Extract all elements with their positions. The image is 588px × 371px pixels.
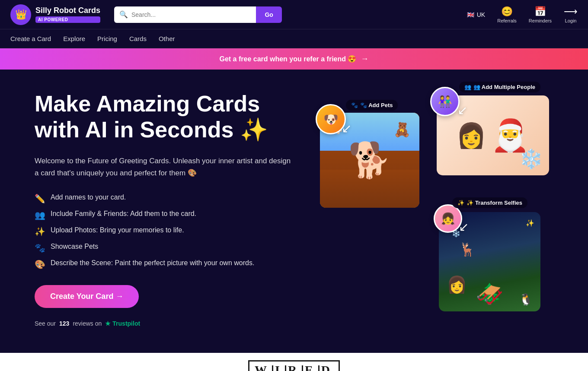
search-icon: 🔍 [119, 10, 128, 19]
wired-logo: W I R E D [248, 360, 340, 371]
login-label: Login [565, 18, 577, 23]
people-label-icon: 👥 [464, 84, 471, 90]
people-arrow-icon: ↙ [457, 103, 467, 117]
wired-bar2 [285, 365, 286, 371]
feature-text-photos: Upload Photos: Bring your memories to li… [51, 226, 184, 234]
nav-cards[interactable]: Cards [129, 33, 147, 44]
reminders-button[interactable]: 📅 Reminders [529, 6, 552, 23]
wired-w: W [255, 363, 270, 371]
nav-pricing[interactable]: Pricing [97, 33, 117, 44]
search-button[interactable]: Go [256, 6, 281, 23]
nav-other[interactable]: Other [159, 33, 175, 44]
feature-icon-scene: 🎨 [35, 259, 45, 270]
wired-bar1 [272, 365, 273, 371]
pets-label-icon: 🐾 [351, 102, 358, 108]
feature-item-scene: 🎨 Describe the Scene: Paint the perfect … [35, 259, 294, 270]
star-icon: ★ [105, 320, 111, 327]
wired-i: I [275, 363, 283, 371]
feature-text-family: Include Family & Friends: Add them to th… [51, 210, 196, 218]
trust-suffix: reviews on [73, 320, 102, 327]
promo-text: Get a free card when you refer a friend … [220, 55, 357, 63]
panel-selfies: ✨ ✨ Transform Selfies 👧 ↙ ⭐ ✨ ❄️ 🛷 👩 🐧 [439, 212, 540, 311]
feature-item-photos: ✨ Upload Photos: Bring your memories to … [35, 226, 294, 237]
feature-item-pets: 🐾 Showcase Pets [35, 243, 294, 253]
trustpilot-logo[interactable]: ★ Trustpilot [105, 320, 140, 327]
snowflake-emoji: ❄️ [519, 148, 543, 170]
selfies-arrow-icon: ↙ [459, 220, 469, 234]
hero-title: Make Amazing Cards with AI in Seconds ✨ [35, 91, 294, 143]
header-actions: 🇬🇧 UK 😊 Referrals 📅 Reminders ⟶ Login [467, 6, 578, 23]
feature-icon-family: 👥 [35, 210, 45, 220]
site-title: Silly Robot Cards [35, 6, 100, 16]
logo-text-area: Silly Robot Cards AI POWERED [35, 6, 100, 23]
people-avatar: 👫 [430, 87, 460, 116]
showcase-container: 🐾 🐾 Add Pets 🐶 ↙ 🐕 🧸 🦴 [311, 91, 553, 316]
trust-count: 123 [59, 320, 69, 327]
referrals-label: Referrals [497, 18, 517, 23]
reminders-icon: 📅 [534, 6, 546, 17]
region-label: UK [477, 11, 485, 18]
banner-arrow: → [361, 54, 368, 63]
login-button[interactable]: ⟶ Login [564, 6, 578, 23]
feature-text-scene: Describe the Scene: Paint the perfect pi… [51, 259, 254, 267]
hero-left: Make Amazing Cards with AI in Seconds ✨ … [35, 91, 294, 327]
hero-right: 🐾 🐾 Add Pets 🐶 ↙ 🐕 🧸 🦴 [311, 91, 553, 327]
woman-emoji: 👩 [447, 275, 467, 294]
label-selfies: ✨ ✨ Transform Selfies [452, 197, 527, 208]
login-icon: ⟶ [564, 6, 578, 17]
site-header: 👑 Silly Robot Cards AI POWERED 🔍 Go 🇬🇧 U… [0, 0, 588, 29]
search-wrapper: 🔍 [114, 6, 256, 23]
feature-item-names: ✏️ Add names to your card. [35, 193, 294, 204]
toy-emoji: 🧸 [393, 121, 411, 138]
sleigh-emoji: 🛷 [476, 282, 504, 308]
wired-bar3 [302, 365, 303, 371]
reminders-label: Reminders [529, 18, 552, 23]
pets-arrow-icon: ↙ [342, 121, 352, 136]
main-nav: Create a Card Explore Pricing Cards Othe… [0, 29, 588, 48]
selfies-label-icon: ✨ [457, 200, 464, 206]
search-area: 🔍 Go [114, 6, 282, 23]
logo-icon: 👑 [10, 4, 31, 25]
wired-bar4 [318, 365, 320, 371]
selfies-label-text: ✨ Transform Selfies [467, 200, 522, 206]
panel-pets: 🐾 🐾 Add Pets 🐶 ↙ 🐕 🧸 🦴 [320, 113, 419, 208]
penguin-emoji: 🐧 [519, 293, 533, 306]
region-selector[interactable]: 🇬🇧 UK [467, 11, 485, 18]
sparkle-emoji: ✨ [526, 219, 534, 227]
wired-d: D [321, 363, 333, 371]
ai-badge: AI POWERED [35, 16, 100, 23]
wired-r: R [288, 363, 300, 371]
feature-icon-pets: 🐾 [35, 243, 45, 253]
label-pets: 🐾 🐾 Add Pets [346, 100, 398, 111]
people-label-text: 👥 Add Multiple People [473, 84, 535, 90]
flag-icon: 🇬🇧 [467, 11, 474, 18]
label-people: 👥 👥 Add Multiple People [459, 82, 540, 92]
nav-create-card[interactable]: Create a Card [10, 33, 51, 44]
feature-list: ✏️ Add names to your card. 👥 Include Fam… [35, 193, 294, 270]
reindeer-emoji: 🦌 [459, 242, 475, 257]
nav-explore[interactable]: Explore [63, 33, 85, 44]
dog-emoji: 🐕 [348, 140, 391, 181]
referrals-button[interactable]: 😊 Referrals [497, 6, 517, 23]
pets-label-text: 🐾 Add Pets [360, 102, 393, 108]
person1-emoji: 👩 [456, 121, 486, 150]
trust-text: See our [35, 320, 56, 327]
feature-icon-names: ✏️ [35, 193, 45, 204]
main-content: Make Amazing Cards with AI in Seconds ✨ … [0, 70, 588, 353]
hero-subtitle: Welcome to the Future of Greeting Cards.… [35, 155, 294, 180]
feature-item-family: 👥 Include Family & Friends: Add them to … [35, 210, 294, 220]
panel-people: 👥 👥 Add Multiple People 👫 ↙ 👩 🎅 ❄️ [437, 95, 549, 175]
feature-text-names: Add names to your card. [51, 193, 126, 201]
selfie-avatar: 👧 [434, 204, 462, 233]
feature-icon-photos: ✨ [35, 226, 45, 237]
cta-button[interactable]: Create Your Card → [35, 285, 139, 308]
wired-section: W I R E D [0, 353, 588, 371]
search-input[interactable] [131, 8, 251, 22]
referrals-icon: 😊 [501, 6, 513, 17]
logo-link[interactable]: 👑 Silly Robot Cards AI POWERED [10, 4, 105, 25]
promo-banner[interactable]: Get a free card when you refer a friend … [0, 48, 588, 70]
feature-text-pets: Showcase Pets [51, 243, 98, 251]
wired-e: E [305, 363, 316, 371]
trustpilot-row: See our 123 reviews on ★ Trustpilot [35, 320, 294, 327]
trustpilot-brand: Trustpilot [112, 320, 140, 327]
